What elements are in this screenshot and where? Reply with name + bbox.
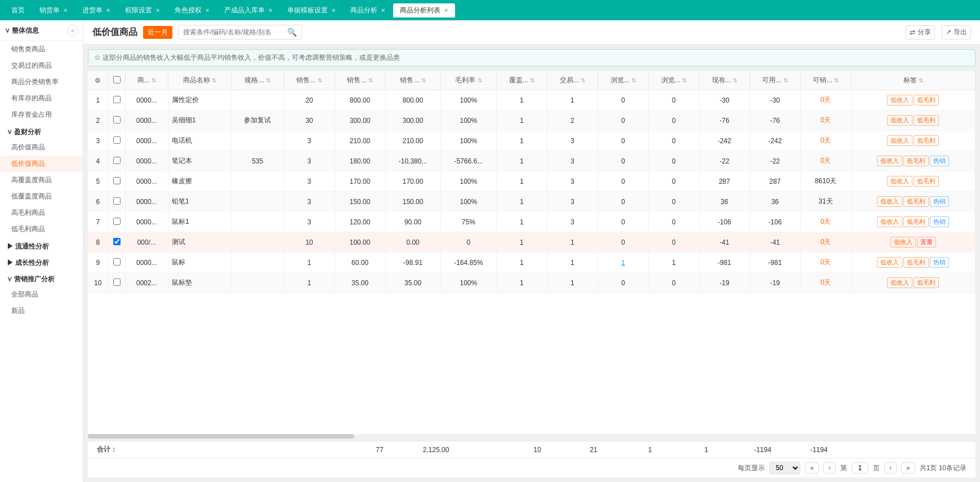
close-icon[interactable]: ✕ [63,7,68,14]
close-icon[interactable]: ✕ [381,7,385,14]
cell-trade: 1 [547,253,598,273]
close-icon[interactable]: ✕ [205,7,210,14]
nav-permission-settings[interactable]: 权限设置 ✕ [118,3,167,17]
sidebar-item-low-coverage[interactable]: 低覆盖度商品 [0,188,83,205]
th-sales1[interactable]: 销售... ⇅ [284,71,335,90]
share-btn[interactable]: ⇄ 分享 [906,25,935,39]
th-settings[interactable]: ⚙ [88,71,108,90]
row-checkbox[interactable] [113,157,121,164]
row-checkbox[interactable] [113,116,121,123]
cell-browse1: 0 [598,212,648,232]
sidebar-item-category-sales[interactable]: 商品分类销售率 [0,74,83,90]
sidebar-item-high-coverage[interactable]: 高覆盖度商品 [0,172,83,188]
cell-browse2: 0 [648,212,699,232]
cell-checkbox [108,273,125,293]
filter-recent-month-btn[interactable]: 近一月 [143,26,172,39]
cell-index: 9 [88,253,108,273]
cell-margin: 0 [440,232,496,253]
sidebar-item-all-goods[interactable]: 全部商品 [0,286,83,303]
prev-page-btn[interactable]: ‹ [823,462,836,474]
sidebar-item-inventory-capital[interactable]: 库存资金占用 [0,107,83,123]
sidebar-item-new-goods[interactable]: 新品 [0,303,83,319]
th-available[interactable]: 可用... ⇅ [750,71,800,90]
nav-template-settings[interactable]: 单据模板设置 ✕ [280,3,342,17]
nav-product-inbound[interactable]: 产成品入库单 ✕ [217,3,279,17]
sidebar-group-growth[interactable]: ▶ 成长性分析 [0,254,83,270]
close-icon[interactable]: ✕ [106,7,110,14]
scrollbar-thumb[interactable] [88,434,354,439]
th-margin[interactable]: 毛利率 ⇅ [440,71,496,90]
cell-browse1[interactable]: 1 [598,253,648,273]
cell-available: -242 [750,131,800,151]
nav-goods-analysis-list[interactable]: 商品分析列表 ✕ [393,3,455,17]
select-all-checkbox[interactable] [113,76,121,83]
row-checkbox[interactable] [113,258,121,266]
th-coverage[interactable]: 覆盖... ⇅ [496,71,547,90]
th-browse2[interactable]: 浏览... ⇅ [648,71,699,90]
close-icon[interactable]: ✕ [444,7,448,14]
cell-index: 7 [88,212,108,232]
page-size-select[interactable]: 50 20 100 [769,462,800,474]
row-checkbox[interactable] [113,238,121,245]
th-code[interactable]: 商... ⇅ [125,71,168,90]
export-btn[interactable]: ↗ 导出 [942,25,971,39]
nav-sales-order[interactable]: 销货单 ✕ [33,3,74,17]
th-sales3[interactable]: 销售... ⇅ [385,71,440,90]
cell-margin: 100% [440,131,496,151]
pagination-total-info: 共1页 10条记录 [920,463,966,473]
cell-sales2: 35.00 [335,273,385,293]
data-table: ⚙ 商... ⇅ 商品名称 ⇅ 规格... ⇅ 销售... ⇅ 销售... ⇅ … [88,71,975,293]
nav-purchase-order[interactable]: 进货单 ✕ [75,3,117,17]
sidebar-group-flow[interactable]: ▶ 流通性分析 [0,237,83,254]
cell-sales1: 20 [284,90,335,110]
sidebar-item-traded-goods[interactable]: 交易过的商品 [0,58,83,74]
row-checkbox[interactable] [113,177,121,184]
sidebar-item-stocked-goods[interactable]: 有库存的商品 [0,90,83,107]
sidebar-item-low-margin[interactable]: 低毛利商品 [0,221,83,237]
cell-sales1: 3 [284,151,335,171]
cell-browse2: 0 [648,151,699,171]
cell-available: 287 [750,171,800,192]
th-trade[interactable]: 交易... ⇅ [547,71,598,90]
footer-col9: -1194 [746,446,779,454]
search-input[interactable] [183,28,285,36]
sidebar-item-sales-goods[interactable]: 销售类商品 [0,41,83,58]
tag: 置重 [917,237,936,247]
cell-index: 6 [88,192,108,212]
row-checkbox[interactable] [113,218,121,225]
first-page-btn[interactable]: « [805,462,819,474]
th-sales2[interactable]: 销售... ⇅ [335,71,385,90]
th-name[interactable]: 商品名称 ⇅ [168,71,231,90]
th-browse1[interactable]: 浏览... ⇅ [598,71,648,90]
row-checkbox[interactable] [113,96,121,103]
cell-coverage: 1 [496,110,547,131]
row-checkbox[interactable] [113,197,121,205]
row-checkbox[interactable] [113,136,121,144]
sidebar-collapse-btn[interactable]: « [67,25,78,36]
close-icon[interactable]: ✕ [268,7,273,14]
th-tags[interactable]: 标签 ⇅ [851,71,975,90]
nav-home[interactable]: 首页 [5,3,32,17]
cell-spec [231,171,284,192]
sidebar-item-low-value[interactable]: 低价值商品 [0,156,83,172]
page-number-input[interactable] [852,462,868,474]
row-checkbox[interactable] [113,278,121,286]
th-spec[interactable]: 规格... ⇅ [231,71,284,90]
cell-sales1: 1 [284,273,335,293]
nav-role-auth[interactable]: 角色授权 ✕ [168,3,216,17]
th-saleable[interactable]: 可销... ⇅ [800,71,851,90]
search-icon[interactable]: 🔍 [287,28,297,37]
cell-coverage: 1 [496,90,547,110]
th-current[interactable]: 现有... ⇅ [699,71,750,90]
sidebar-item-high-value[interactable]: 高价值商品 [0,139,83,156]
last-page-btn[interactable]: » [901,462,915,474]
cell-days: 0天 [800,90,851,110]
cell-spec [231,192,284,212]
close-icon[interactable]: ✕ [155,7,160,14]
table-row: 9 0000... 鼠标 1 60.00 -98.91 -164.85% 1 1… [88,253,975,273]
horizontal-scrollbar[interactable] [88,434,975,439]
next-page-btn[interactable]: › [884,462,897,474]
nav-goods-analysis[interactable]: 商品分析 ✕ [344,3,392,17]
sidebar-item-high-margin[interactable]: 高毛利商品 [0,205,83,221]
close-icon[interactable]: ✕ [331,7,336,14]
